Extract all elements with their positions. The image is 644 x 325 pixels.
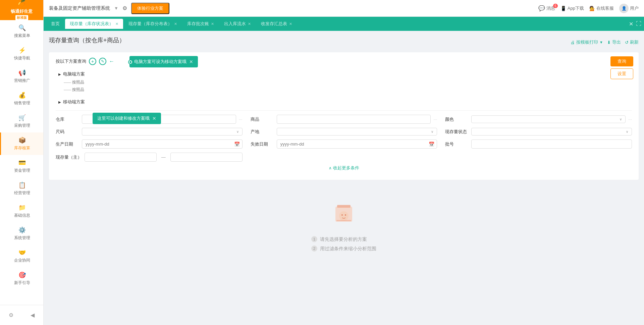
origin-select[interactable]: ∨ bbox=[277, 128, 437, 136]
tab-inventory-status[interactable]: 现存量（库存状况表） ✕ bbox=[65, 19, 123, 29]
sidebar-item-sales[interactable]: 💰 销售管理 bbox=[0, 88, 43, 110]
tab-home[interactable]: 首页 bbox=[46, 19, 64, 29]
message-badge: 6 bbox=[553, 4, 558, 8]
filter-color: 颜色 ∨ ··· bbox=[445, 115, 632, 124]
search-btn[interactable]: 查询 bbox=[610, 56, 633, 66]
stock-status-label: 现存量状态 bbox=[445, 129, 469, 135]
goods-label: 商品 bbox=[251, 116, 274, 122]
print-icon: 🖨 bbox=[571, 40, 575, 45]
goods-dots[interactable]: ··· bbox=[433, 117, 437, 122]
tab-summary-close[interactable]: ✕ bbox=[289, 22, 292, 26]
scheme-mobile[interactable]: ▶ 移动端方案 bbox=[56, 98, 632, 106]
scheme-mobile-label: 移动端方案 bbox=[63, 99, 85, 105]
empty-step-1: 1 请先选择要分析的方案 bbox=[311, 234, 376, 244]
filter-buttons: 查询 设置 bbox=[610, 56, 633, 79]
color-select[interactable]: ∨ bbox=[471, 115, 626, 123]
support-btn[interactable]: 💁 在线客服 bbox=[589, 5, 614, 11]
sidebar-item-finance[interactable]: 💳 资金管理 bbox=[0, 155, 43, 177]
sidebar-item-system[interactable]: ⚙️ 系统管理 bbox=[0, 222, 43, 245]
sidebar-label-newbie: 新手引导 bbox=[14, 280, 30, 286]
app-label: App下载 bbox=[568, 5, 584, 11]
tab-summary[interactable]: 收发存汇总表 ✕ bbox=[256, 19, 297, 29]
export-btn[interactable]: ⬇ 导出 bbox=[607, 39, 621, 45]
stock-main-label: 现存量（主） bbox=[56, 154, 82, 160]
message-btn[interactable]: 💬 6 消息 bbox=[538, 5, 555, 11]
scheme-tree: ▶ 电脑端方案 —— 按照品 —— 按照品 bbox=[56, 70, 632, 94]
back-btn[interactable]: ← bbox=[109, 58, 114, 64]
sidebar-item-newbie[interactable]: 🎯 新手引导 bbox=[0, 267, 43, 290]
sidebar-item-inventory[interactable]: 📦 库存核算 bbox=[0, 132, 43, 155]
trial-btn[interactable]: 体验行业方案 bbox=[131, 3, 169, 14]
step-1-num: 1 bbox=[311, 236, 317, 242]
enterprise-icon: 🤝 bbox=[18, 249, 26, 256]
reset-btn[interactable]: 设置 bbox=[610, 68, 633, 79]
expire-date-calendar-icon[interactable]: 📅 bbox=[429, 142, 434, 147]
tab-batch[interactable]: 库存批次账 ✕ bbox=[182, 19, 219, 29]
sidebar: 🍊 畅通好生意 标准版 🔍 搜索菜单 ⚡ 快捷导航 📢 营销推广 💰 销售 bbox=[0, 0, 44, 325]
warehouse-dots[interactable]: ··· bbox=[239, 117, 243, 122]
scheme-dot bbox=[129, 60, 132, 64]
app-download-btn[interactable]: 📱 App下载 bbox=[560, 5, 584, 11]
user-btn[interactable]: 👤 用户 bbox=[619, 4, 639, 13]
sidebar-item-search[interactable]: 🔍 搜索菜单 bbox=[0, 20, 43, 43]
tab-inout[interactable]: 出入库流水 ✕ bbox=[219, 19, 256, 29]
expire-date-input[interactable] bbox=[277, 140, 437, 149]
tab-inventory-status-label: 现存量（库存状况表） bbox=[70, 21, 113, 27]
produce-date-input[interactable] bbox=[82, 140, 243, 149]
sidebar-label-enterprise: 企业协同 bbox=[14, 258, 30, 263]
filter-section: 按以下方案查询 + ✎ ← 电脑方案可设为移动方案哦 ✕ ▶ bbox=[49, 52, 639, 180]
scheme-desktop[interactable]: ▶ 电脑端方案 bbox=[56, 70, 632, 78]
tab-close-all[interactable]: ✕ bbox=[629, 21, 633, 27]
settings-icon[interactable]: ⚙ bbox=[122, 5, 127, 11]
refresh-label: 刷新 bbox=[630, 39, 639, 45]
tab-inventory-dist[interactable]: 现存量（库存分布表） ✕ bbox=[124, 19, 182, 29]
scheme-sub-2[interactable]: —— 按照品 bbox=[56, 86, 632, 94]
goods-input[interactable] bbox=[277, 115, 431, 124]
add-scheme-btn[interactable]: + bbox=[89, 58, 96, 65]
scheme-popup-close[interactable]: ✕ bbox=[189, 59, 193, 64]
sidebar-item-marketing[interactable]: 📢 营销推广 bbox=[0, 65, 43, 88]
search-icon: 🔍 bbox=[18, 24, 26, 32]
print-btn[interactable]: 🖨 按模板打印 ▼ bbox=[571, 39, 603, 45]
filter-expire-date: 失效日期 📅 bbox=[251, 140, 437, 149]
sidebar-label-inventory: 库存核算 bbox=[14, 145, 30, 151]
size-select[interactable]: ∨ bbox=[82, 128, 243, 136]
sales-icon: 💰 bbox=[18, 92, 26, 99]
sidebar-label-search: 搜索菜单 bbox=[14, 33, 30, 39]
export-label: 导出 bbox=[612, 39, 621, 45]
stock-status-select[interactable]: ∨ bbox=[471, 128, 632, 136]
sidebar-item-quicknav[interactable]: ⚡ 快捷导航 bbox=[0, 43, 43, 65]
stock-main-from[interactable] bbox=[85, 153, 157, 162]
produce-date-calendar-icon[interactable]: 📅 bbox=[234, 142, 240, 147]
expire-date-wrap: 📅 bbox=[277, 140, 437, 149]
tab-inventory-status-close[interactable]: ✕ bbox=[115, 22, 118, 26]
sidebar-item-operations[interactable]: 📋 经营管理 bbox=[0, 177, 43, 200]
batch-input[interactable] bbox=[471, 140, 632, 149]
edit-scheme-btn[interactable]: ✎ bbox=[99, 58, 106, 65]
tab-inventory-dist-label: 现存量（库存分布表） bbox=[128, 21, 172, 27]
sidebar-item-purchase[interactable]: 🛒 采购管理 bbox=[0, 110, 43, 132]
stock-main-to[interactable] bbox=[170, 153, 243, 162]
inventory-icon: 📦 bbox=[18, 137, 26, 144]
tab-inventory-dist-close[interactable]: ✕ bbox=[174, 22, 177, 26]
scheme-sub-1[interactable]: —— 按照品 bbox=[56, 78, 632, 86]
tab-inout-close[interactable]: ✕ bbox=[248, 22, 251, 26]
edit-popup-close[interactable]: ✕ bbox=[152, 116, 156, 121]
color-dots[interactable]: ··· bbox=[628, 117, 632, 122]
footer-settings-icon: ⚙ bbox=[9, 312, 13, 318]
collapse-bar[interactable]: ∧ 收起更多条件 bbox=[56, 162, 632, 174]
tab-fullscreen[interactable]: ⛶ bbox=[636, 21, 641, 27]
sidebar-item-enterprise[interactable]: 🤝 企业协同 bbox=[0, 245, 43, 267]
sidebar-label-system: 系统管理 bbox=[14, 235, 30, 241]
filter-produce-date: 生产日期 📅 bbox=[56, 140, 243, 149]
scheme-popup: 电脑方案可设为移动方案哦 ✕ bbox=[129, 56, 198, 67]
sidebar-item-basic[interactable]: 📁 基础信息 bbox=[0, 200, 43, 222]
filter-batch: 批号 bbox=[445, 140, 632, 149]
footer-collapse[interactable]: ◀ bbox=[28, 309, 37, 321]
footer-settings[interactable]: ⚙ bbox=[6, 309, 16, 321]
refresh-btn[interactable]: ↺ 刷新 bbox=[625, 39, 639, 45]
stock-status-chevron-down-icon: ∨ bbox=[626, 130, 628, 133]
tab-batch-close[interactable]: ✕ bbox=[211, 22, 214, 26]
print-label: 按模板打印 bbox=[576, 39, 598, 45]
message-icon: 💬 bbox=[538, 5, 545, 11]
